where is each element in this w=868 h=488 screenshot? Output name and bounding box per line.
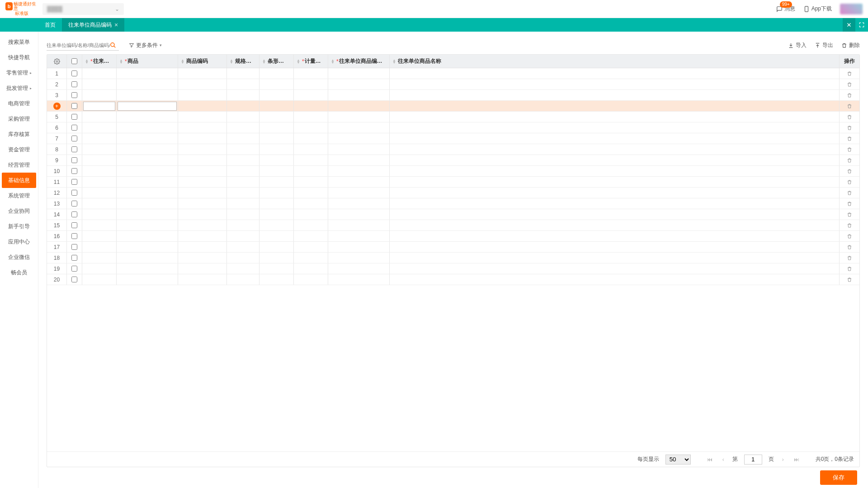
trash-icon[interactable] <box>847 82 852 87</box>
cell-partner-code[interactable] <box>328 155 390 165</box>
trash-icon[interactable] <box>847 244 852 250</box>
cell-product[interactable] <box>117 220 178 230</box>
table-row[interactable]: +11 <box>47 177 859 188</box>
cell-unit[interactable] <box>294 144 328 155</box>
column-product[interactable]: ▲▼*商品 <box>117 55 178 68</box>
pager-first-icon[interactable]: ⏮ <box>705 456 714 463</box>
cell-partner-name[interactable] <box>390 101 840 111</box>
sidebar-item-10[interactable]: 系统管理 <box>0 188 38 203</box>
cell-barcode[interactable] <box>259 166 294 176</box>
cell-partner-code[interactable] <box>328 101 390 111</box>
cell-unit[interactable] <box>294 166 328 176</box>
cell-unit[interactable] <box>294 68 328 79</box>
cell-product[interactable] <box>117 242 178 252</box>
cell-spec[interactable] <box>227 122 259 133</box>
delete-button[interactable]: 删除 <box>841 42 860 49</box>
cell-product-code[interactable] <box>178 253 227 263</box>
trash-icon[interactable] <box>847 125 852 131</box>
column-barcode[interactable]: ▲▼条形… <box>259 55 294 68</box>
cell-spec[interactable] <box>227 231 259 241</box>
cell-spec[interactable] <box>227 242 259 252</box>
row-checkbox[interactable] <box>71 114 77 120</box>
row-checkbox[interactable] <box>71 136 77 141</box>
cell-spec[interactable] <box>227 155 259 165</box>
cell-product-code[interactable] <box>178 263 227 274</box>
cell-partner-code[interactable] <box>328 209 390 220</box>
cell-partner[interactable] <box>82 122 117 133</box>
trash-icon[interactable] <box>847 136 852 141</box>
user-avatar[interactable] <box>840 4 863 14</box>
cell-barcode[interactable] <box>259 188 294 198</box>
trash-icon[interactable] <box>847 212 852 217</box>
cell-unit[interactable] <box>294 231 328 241</box>
save-button[interactable]: 保存 <box>820 470 857 485</box>
cell-partner[interactable] <box>82 231 117 241</box>
cell-product[interactable] <box>117 112 178 122</box>
cell-barcode[interactable] <box>259 90 294 100</box>
row-checkbox[interactable] <box>71 201 77 206</box>
cell-partner-name[interactable] <box>390 112 840 122</box>
cell-partner-code[interactable] <box>328 263 390 274</box>
export-button[interactable]: 导出 <box>815 42 833 49</box>
column-partner[interactable]: ▲▼*往来… <box>82 55 117 68</box>
cell-spec[interactable] <box>227 133 259 144</box>
cell-partner[interactable] <box>82 68 117 79</box>
sidebar-item-7[interactable]: 资金管理 <box>0 142 38 157</box>
cell-product-code[interactable] <box>178 274 227 285</box>
trash-icon[interactable] <box>847 179 852 185</box>
cell-unit[interactable] <box>294 155 328 165</box>
cell-product-code[interactable] <box>178 79 227 89</box>
cell-product[interactable] <box>117 133 178 144</box>
cell-partner-name[interactable] <box>390 90 840 100</box>
column-unit[interactable]: ▲▼*计量… <box>294 55 328 68</box>
table-row[interactable]: +7 <box>47 133 859 144</box>
cell-product[interactable] <box>117 101 178 111</box>
row-checkbox[interactable] <box>71 125 77 131</box>
cell-partner[interactable] <box>82 133 117 144</box>
cell-spec[interactable] <box>227 166 259 176</box>
cell-spec[interactable] <box>227 274 259 285</box>
trash-icon[interactable] <box>847 114 852 120</box>
cell-spec[interactable] <box>227 220 259 230</box>
cell-partner[interactable] <box>82 79 117 89</box>
cell-product[interactable] <box>117 209 178 220</box>
cell-barcode[interactable] <box>259 242 294 252</box>
cell-partner[interactable] <box>82 253 117 263</box>
cell-partner[interactable] <box>82 112 117 122</box>
cell-partner-name[interactable] <box>390 263 840 274</box>
pager-prev-icon[interactable]: ‹ <box>721 456 726 463</box>
cell-spec[interactable] <box>227 177 259 187</box>
cell-partner-name[interactable] <box>390 188 840 198</box>
tenant-dropdown[interactable]: ████ ⌄ <box>42 3 124 15</box>
cell-product-code[interactable] <box>178 155 227 165</box>
cell-product-code[interactable] <box>178 144 227 155</box>
row-checkbox[interactable] <box>71 233 77 239</box>
cell-product[interactable] <box>117 253 178 263</box>
cell-partner-name[interactable] <box>390 122 840 133</box>
search-box[interactable] <box>47 40 119 51</box>
cell-partner-code[interactable] <box>328 112 390 122</box>
row-checkbox[interactable] <box>71 168 77 174</box>
trash-icon[interactable] <box>847 234 852 239</box>
cell-partner-code[interactable] <box>328 188 390 198</box>
product-input[interactable] <box>118 102 177 111</box>
cell-spec[interactable] <box>227 253 259 263</box>
table-row[interactable]: +19 <box>47 263 859 274</box>
cell-partner[interactable] <box>82 155 117 165</box>
cell-partner-name[interactable] <box>390 253 840 263</box>
cell-barcode[interactable] <box>259 220 294 230</box>
tab-partner-product-code[interactable]: 往来单位商品编码 × <box>62 18 124 32</box>
cell-barcode[interactable] <box>259 209 294 220</box>
row-checkbox[interactable] <box>71 266 77 272</box>
table-row[interactable]: +2 <box>47 79 859 90</box>
import-button[interactable]: 导入 <box>788 42 807 49</box>
cell-barcode[interactable] <box>259 101 294 111</box>
row-checkbox[interactable] <box>71 244 77 250</box>
cell-partner-code[interactable] <box>328 242 390 252</box>
cell-product-code[interactable] <box>178 122 227 133</box>
sidebar-item-3[interactable]: 批发管理▸ <box>0 80 38 96</box>
cell-partner-code[interactable] <box>328 144 390 155</box>
cell-spec[interactable] <box>227 144 259 155</box>
cell-unit[interactable] <box>294 263 328 274</box>
cell-spec[interactable] <box>227 101 259 111</box>
